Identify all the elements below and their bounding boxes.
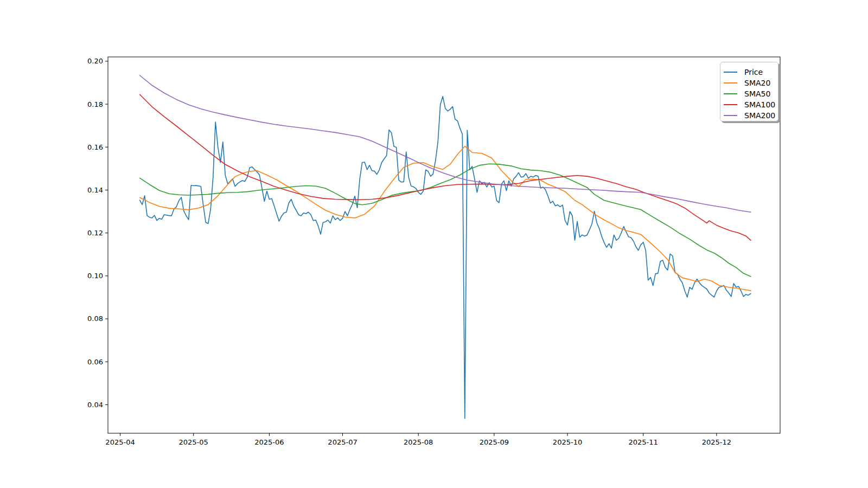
y-tick-label: 0.12 [87, 229, 103, 237]
x-tick-label: 2025-09 [480, 438, 509, 446]
legend-item-price: Price [724, 67, 778, 78]
legend-item-sma20: SMA20 [724, 78, 778, 88]
legend-label-sma20: SMA20 [744, 78, 770, 88]
x-tick-label: 2025-06 [254, 438, 284, 446]
x-tick-label: 2025-07 [328, 438, 357, 446]
legend-label-price: Price [744, 67, 763, 78]
legend-item-sma50: SMA50 [724, 88, 778, 99]
y-tick-label: 0.10 [87, 272, 103, 280]
y-tick-label: 0.06 [87, 358, 103, 366]
x-tick-label: 2025-12 [702, 438, 731, 446]
price-line [140, 97, 751, 419]
y-tick-label: 0.18 [87, 100, 103, 108]
x-tick-label: 2025-04 [105, 438, 135, 446]
legend-label-sma100: SMA100 [744, 99, 775, 110]
legend-item-sma100: SMA100 [724, 99, 778, 110]
y-tick-label: 0.08 [87, 314, 103, 323]
y-tick-label: 0.14 [87, 186, 103, 194]
x-tick-label: 2025-11 [629, 438, 658, 446]
y-tick-label: 0.04 [87, 401, 103, 409]
sma50-line-swatch-icon [724, 93, 737, 94]
y-tick-label: 0.16 [87, 143, 103, 151]
x-tick-label: 2025-10 [553, 438, 582, 446]
legend: Price SMA20 SMA50 SMA100 SMA200 [720, 62, 778, 121]
y-tick-label: 0.20 [87, 57, 103, 65]
x-tick-label: 2025-05 [179, 438, 208, 446]
plot-border [108, 57, 780, 433]
x-tick-label: 2025-08 [404, 438, 433, 446]
sma200-line [140, 75, 751, 212]
legend-label-sma50: SMA50 [744, 88, 770, 99]
sma200-line-swatch-icon [724, 115, 737, 116]
matplotlib-figure: 2025-042025-052025-062025-072025-082025-… [0, 0, 868, 488]
legend-item-sma200: SMA200 [724, 110, 778, 121]
sma100-line-swatch-icon [724, 104, 737, 105]
sma20-line-swatch-icon [724, 82, 737, 84]
price-line-swatch-icon [724, 72, 737, 73]
legend-label-sma200: SMA200 [744, 110, 775, 121]
